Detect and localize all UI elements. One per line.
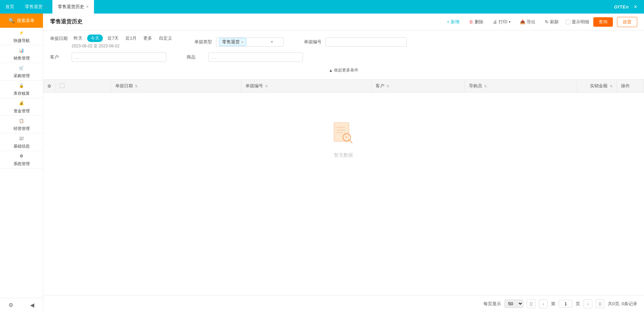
col-date-sort: ⇅ [135, 84, 138, 88]
date-options: 昨天 今天 近7天 近1月 更多 自定义 [72, 35, 174, 42]
new-button-label: + 新增 [447, 19, 459, 25]
sidebar-item-operations[interactable]: 📋 经营管理 [0, 116, 43, 133]
col-amount-sort: ⇅ [610, 84, 613, 88]
empty-state: 暂无数据 [43, 93, 644, 185]
export-button-label: 导出 [527, 19, 535, 25]
sidebar-collapse-btn[interactable]: ◀ [22, 298, 43, 312]
purchase-icon: 🛒 [18, 64, 25, 72]
tab-retail-return[interactable]: 零售退货 × [20, 0, 52, 14]
page-header: 零售退货历史 + 新增 🗑 删除 🖨 打印 ▾ 📤 导出 [43, 14, 644, 30]
refresh-button-label: 刷新 [550, 19, 559, 25]
type-select-chevron [269, 39, 273, 44]
export-button[interactable]: 📤 导出 [517, 18, 538, 26]
date-opt-yesterday[interactable]: 昨天 [72, 35, 85, 42]
date-range-text: 2023-06-02 至 2023-06-02 [72, 43, 174, 49]
refresh-button[interactable]: ↻ 刷新 [542, 18, 562, 26]
goods-select-box[interactable]: ... [208, 52, 303, 62]
filter-area: 单据日期 昨天 今天 近7天 近1月 更多 自定义 2023-06-02 至 2… [43, 30, 644, 80]
type-select-box[interactable]: 零售退货 × [216, 37, 284, 47]
svg-line-5 [350, 140, 352, 143]
tab-retail-return-history-label: 零售退货历史 [58, 4, 84, 10]
date-filter-label: 单据日期 [50, 36, 69, 42]
date-opt-more[interactable]: 更多 [141, 35, 154, 42]
type-tag-close[interactable]: × [241, 40, 243, 44]
date-opt-today[interactable]: 今天 [87, 35, 103, 42]
sidebar-item-inventory[interactable]: 🔒 库存核算 [0, 81, 43, 98]
new-button[interactable]: + 新增 [444, 18, 462, 26]
page-label-page: 页 [576, 301, 580, 307]
col-guide-sort: ⇅ [484, 84, 487, 88]
col-settings[interactable]: ⚙ [43, 80, 56, 93]
empty-state-row: 暂无数据 [43, 93, 644, 186]
sidebar-item-purchase[interactable]: 🛒 采购管理 [0, 63, 43, 81]
empty-state-text: 暂无数据 [334, 152, 353, 158]
filter-row-1: 单据日期 昨天 今天 近7天 近1月 更多 自定义 2023-06-02 至 2… [50, 35, 637, 49]
page-prev-btn[interactable]: ‹ [539, 299, 548, 308]
print-button[interactable]: 🖨 打印 ▾ [490, 18, 513, 26]
tab-retail-return-close[interactable]: × [45, 4, 47, 9]
type-tag-text: 零售退货 [222, 39, 240, 45]
col-date[interactable]: 单据日期 ⇅ [111, 80, 241, 93]
customer-ellipsis: ... [75, 54, 79, 60]
collapse-more-btn[interactable]: ▲ 收起更多条件 [327, 65, 361, 75]
sidebar-item-finance[interactable]: 💰 资金管理 [0, 98, 43, 116]
query-button[interactable]: 查询 [593, 17, 613, 27]
total-label: 共0页, 0条记录 [608, 301, 637, 307]
toolbar: + 新增 🗑 删除 🖨 打印 ▾ 📤 导出 ↻ 刷新 [444, 17, 637, 27]
customer-filter-label: 客户 [50, 54, 69, 60]
sidebar-item-basic-info[interactable]: 📰 基础信息 [0, 133, 43, 151]
page-first-btn[interactable]: ⟨⟨ [527, 299, 535, 308]
page-next-btn[interactable]: › [583, 299, 592, 308]
page-number-input[interactable] [559, 300, 572, 308]
select-all-checkbox[interactable] [60, 83, 65, 88]
basic-info-icon: 📰 [18, 135, 25, 142]
sidebar-item-operations-label: 经营管理 [14, 126, 30, 132]
tab-retail-return-history[interactable]: 零售退货历史 × [52, 0, 94, 14]
sidebar-search-label: 搜索菜单 [17, 18, 34, 24]
col-customer[interactable]: 客户 ⇅ [371, 80, 464, 93]
date-opt-custom[interactable]: 自定义 [157, 35, 174, 42]
show-detail-checkbox[interactable] [566, 20, 570, 24]
tab-home[interactable]: 首页 [0, 0, 20, 14]
col-number-label: 单据编号 [245, 83, 263, 88]
col-amount[interactable]: 实销金额 ⇅ [576, 80, 617, 93]
top-bar: 首页 零售退货 × 零售退货历史 × OfTEn × [0, 0, 644, 14]
col-date-label: 单据日期 [115, 83, 133, 88]
col-checkbox [56, 80, 111, 93]
data-table: ⚙ 单据日期 ⇅ 单据编号 ⇅ 客户 ⇅ [43, 80, 644, 185]
col-guide[interactable]: 导购员 ⇅ [464, 80, 576, 93]
table-header-row: ⚙ 单据日期 ⇅ 单据编号 ⇅ 客户 ⇅ [43, 80, 644, 93]
date-opt-1month[interactable]: 近1月 [123, 35, 139, 42]
number-filter-input[interactable] [326, 37, 407, 47]
sidebar-item-basic-info-label: 基础信息 [14, 143, 30, 149]
goods-ellipsis: ... [211, 54, 216, 60]
sidebar-search[interactable]: 🔍 搜索菜单 [0, 14, 43, 28]
sidebar-item-quick-nav[interactable]: ⚡ 快捷导航 [0, 28, 43, 45]
page-title: 零售退货历史 [50, 18, 82, 25]
table-area: ⚙ 单据日期 ⇅ 单据编号 ⇅ 客户 ⇅ [43, 80, 644, 295]
tab-retail-return-label: 零售退货 [25, 4, 43, 10]
page-last-btn[interactable]: ⟩⟩ [596, 299, 604, 308]
sidebar-item-system[interactable]: ⚙ 系统管理 [0, 151, 43, 169]
col-number[interactable]: 单据编号 ⇅ [241, 80, 371, 93]
date-opt-7days[interactable]: 近7天 [105, 35, 121, 42]
sidebar-item-sales[interactable]: 📊 销售管理 [0, 45, 43, 63]
main-layout: 🔍 搜索菜单 ⚡ 快捷导航 📊 销售管理 🛒 采购管理 🔒 库存核算 💰 资金管… [0, 14, 644, 312]
col-customer-label: 客户 [376, 83, 384, 88]
setting-button[interactable]: 设置 [617, 17, 637, 27]
delete-button[interactable]: 🗑 删除 [466, 18, 486, 26]
sidebar-settings-btn[interactable]: ⚙ [0, 298, 22, 312]
filter-row-2: 客户 ... 商品 ... [50, 52, 637, 62]
customer-select-box[interactable]: ... [72, 52, 166, 62]
page-size-select[interactable]: 50 100 200 [504, 299, 523, 308]
content-area: 零售退货历史 + 新增 🗑 删除 🖨 打印 ▾ 📤 导出 [43, 14, 644, 312]
col-number-sort: ⇅ [265, 84, 268, 88]
sidebar-item-sales-label: 销售管理 [14, 55, 30, 61]
col-action: 操作 [617, 80, 644, 93]
print-dropdown-icon: ▾ [509, 20, 510, 24]
sidebar-item-purchase-label: 采购管理 [14, 73, 30, 79]
empty-state-cell: 暂无数据 [43, 93, 644, 186]
tab-retail-return-history-close[interactable]: × [86, 4, 89, 9]
collapse-more-label: 收起更多条件 [334, 67, 358, 73]
window-close-btn[interactable]: × [634, 3, 637, 10]
